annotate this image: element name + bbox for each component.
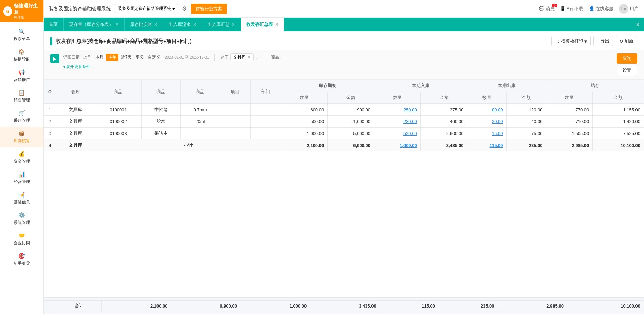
warehouse-more-btn[interactable]: ...: [256, 55, 260, 60]
in-qty-link[interactable]: 230.00: [403, 119, 417, 124]
subtotal-out-qty-link[interactable]: 115.00: [490, 143, 503, 148]
goods-label: 商品: [271, 54, 279, 60]
total-out-amt: 235.00: [439, 301, 498, 311]
marketing-icon: 📢: [18, 69, 25, 76]
total-in-qty: 1,000.00: [241, 301, 310, 311]
date-btn-custom[interactable]: 自定义: [147, 54, 162, 61]
guide-icon: 🎯: [18, 253, 25, 259]
app-label: App下载: [567, 6, 583, 12]
app-download-action[interactable]: 📱 App下载: [560, 6, 583, 12]
row-goods-code: 0100001: [95, 104, 142, 116]
refresh-button[interactable]: ↺ 刷新: [616, 36, 637, 46]
row-in-qty[interactable]: 250.00: [374, 104, 420, 116]
export-label: 导出: [600, 38, 609, 44]
row-dept: [250, 128, 281, 139]
sidebar-item-system[interactable]: ⚙️ 系统管理: [0, 209, 43, 229]
tab-home[interactable]: 首页: [44, 18, 64, 31]
row-warehouse: 文具库: [56, 104, 95, 116]
date-btn-more[interactable]: 更多: [134, 54, 145, 61]
table-settings-icon[interactable]: ⚙: [48, 89, 52, 94]
sales-icon: 📋: [18, 89, 25, 96]
sidebar-item-sales[interactable]: 📋 销售管理: [0, 86, 43, 106]
row-warehouse: 文具库: [56, 128, 95, 139]
sidebar-item-label: 资金管理: [14, 159, 30, 164]
out-qty-link[interactable]: 80.00: [492, 107, 503, 112]
sidebar-item-finance[interactable]: 💰 资金管理: [0, 147, 43, 168]
sidebar-item-enterprise[interactable]: 🤝 企业协同: [0, 229, 43, 249]
subtotal-in-qty-link[interactable]: 1,000.00: [400, 143, 417, 148]
opening-amt-header: 金额: [328, 92, 374, 104]
row-bal-amt: 7,525.00: [593, 128, 644, 139]
out-qty-link[interactable]: 15.00: [492, 131, 503, 136]
row-in-qty[interactable]: 230.00: [374, 116, 420, 128]
settings-button[interactable]: 设置: [617, 65, 637, 76]
tab-inout-flow-label: 出入库流水: [169, 21, 191, 28]
sidebar-item-guide[interactable]: 🎯 新手引导: [0, 249, 43, 270]
row-goods-spec: 0.7mm: [180, 104, 220, 116]
sidebar-item-quick-nav[interactable]: 🏠 快捷导航: [0, 45, 43, 66]
chevron-down-icon: ▾: [63, 65, 65, 69]
query-button[interactable]: 查询: [617, 53, 637, 64]
tab-inout-summary[interactable]: 出入库汇总 ✕: [202, 18, 241, 31]
date-btn-this-year[interactable]: 本年: [106, 54, 118, 61]
service-icon: 👤: [589, 6, 594, 11]
messages-action[interactable]: 💬 消息 6: [539, 6, 555, 12]
tab-close-icon[interactable]: ✕: [115, 22, 119, 27]
sidebar-item-label: 企业协同: [14, 240, 30, 246]
row-dept: [250, 104, 281, 116]
expand-more-conditions-btn[interactable]: ▾ 展开更多条件: [63, 64, 90, 70]
warehouse-tag-close[interactable]: ✕: [248, 55, 251, 60]
service-label: 在线客服: [596, 6, 613, 12]
logo-icon: 6: [3, 6, 12, 16]
print-button[interactable]: 🖨 按模板打印 ▾: [551, 36, 591, 46]
sidebar-item-basic[interactable]: 📝 基础信息: [0, 188, 43, 209]
sidebar-item-purchase[interactable]: 🛒 采购管理: [0, 106, 43, 127]
row-out-amt: 120.00: [507, 104, 546, 116]
total-bal-qty: 2,985.00: [498, 301, 567, 311]
tab-inout-summary-label: 出入库汇总: [208, 21, 230, 28]
sidebar-item-business[interactable]: 📊 经营管理: [0, 168, 43, 188]
date-btn-last-month[interactable]: 上月: [82, 54, 93, 61]
date-btn-this-month[interactable]: 本月: [94, 54, 105, 61]
row-out-qty[interactable]: 80.00: [467, 104, 507, 116]
sidebar-item-search[interactable]: 🔍 搜索菜单: [0, 25, 43, 45]
export-button[interactable]: ↑ 导出: [593, 36, 613, 46]
tab-inout-flow[interactable]: 出入库流水 ✕: [163, 18, 202, 31]
row-out-qty[interactable]: 20.00: [467, 116, 507, 128]
dept-col-header: 部门: [250, 80, 281, 104]
collapse-sidebar-btn[interactable]: [50, 37, 52, 45]
row-number: 2: [44, 116, 56, 128]
row-bal-qty: 770.00: [546, 104, 593, 116]
tab-close-icon[interactable]: ✕: [275, 22, 278, 27]
tab-receive-summary[interactable]: 收发存汇总表 ✕: [241, 18, 284, 31]
close-all-tabs-button[interactable]: ✕: [631, 21, 644, 28]
print-label: 按模板打印: [561, 38, 583, 44]
gear-icon[interactable]: ⚙: [182, 5, 187, 12]
experience-button[interactable]: 体验行业方案: [191, 4, 227, 14]
row-open-amt: 900.00: [328, 104, 374, 116]
goods-more-btn[interactable]: ...: [281, 55, 285, 60]
sidebar-item-label: 基础信息: [14, 199, 30, 205]
tab-close-icon[interactable]: ✕: [193, 22, 196, 27]
in-qty-link[interactable]: 520.00: [403, 131, 417, 136]
date-btn-7days[interactable]: 近7天: [120, 54, 133, 61]
sidebar-item-marketing[interactable]: 📢 营销推广: [0, 66, 43, 86]
tab-close-icon[interactable]: ✕: [154, 22, 158, 27]
system-select[interactable]: 装备及固定资产辅助管理系统 ▾: [115, 4, 178, 13]
filter-expand-icon[interactable]: ▶: [50, 54, 59, 63]
sidebar-item-label: 快捷导航: [14, 56, 30, 62]
subtotal-in-qty: 1,000.00: [374, 139, 420, 151]
out-qty-link[interactable]: 20.00: [492, 119, 503, 124]
subtotal-bal-amt: 10,100.00: [593, 139, 644, 151]
tab-inventory-dist[interactable]: 现存量（库存分布表） ✕: [64, 18, 125, 31]
row-in-qty[interactable]: 520.00: [374, 128, 420, 139]
in-qty-link[interactable]: 250.00: [403, 107, 417, 112]
user-action[interactable]: Ea 用户: [619, 4, 639, 14]
sidebar-item-inventory[interactable]: 📦 库存核算: [0, 127, 43, 147]
online-service-action[interactable]: 👤 在线客服: [589, 6, 613, 12]
tab-close-icon[interactable]: ✕: [232, 22, 235, 27]
tab-batch-ledger[interactable]: 库存批次账 ✕: [125, 18, 163, 31]
row-out-qty[interactable]: 15.00: [467, 128, 507, 139]
subtotal-row: 4 文具库 小计 2,100.00 6,900.00 1,000.00 3,43…: [44, 139, 644, 151]
total-in-amt: 3,435.00: [310, 301, 380, 311]
